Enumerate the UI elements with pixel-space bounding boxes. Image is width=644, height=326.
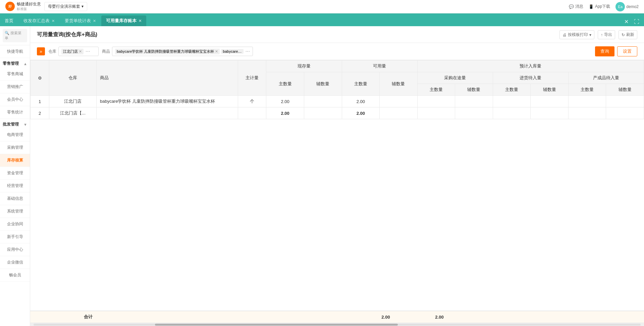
- operation-label: 经营管理: [7, 183, 23, 188]
- logo-text-area: 畅捷通好生意 标准版: [17, 2, 41, 11]
- sidebar-item-quick-nav[interactable]: 快捷导航: [0, 45, 30, 58]
- tab-home-label: 首页: [5, 18, 13, 24]
- scroll-track: [34, 324, 641, 326]
- tab-order[interactable]: 要货单统计表 ✕: [60, 15, 101, 26]
- system-label: 系统管理: [7, 209, 23, 214]
- warehouse-filter: 仓库 江北门店 ✕ ···: [48, 47, 99, 56]
- chevron-down-icon: ▼: [23, 123, 27, 127]
- export-btn[interactable]: ↑ 导出: [598, 30, 615, 39]
- search-input[interactable]: 🔍 搜索菜单: [3, 29, 27, 42]
- product-input[interactable]: babycare学饮杯 儿童防摔防撞吸管杯重力球吸嘴杯宝宝水杯 ✕ babyca…: [112, 47, 253, 56]
- tab-receive[interactable]: 收发存汇总表 ✕: [19, 15, 59, 26]
- th-unit: 主计量: [238, 60, 266, 96]
- product-tag2: babycare…: [221, 49, 243, 54]
- th-production-sub: 辅数量: [606, 84, 644, 96]
- warehouse-filter-label: 仓库: [48, 49, 56, 54]
- finance-label: 资金管理: [7, 171, 23, 175]
- vip-label: 畅会员: [9, 273, 21, 277]
- tab-receive-close[interactable]: ✕: [52, 19, 55, 23]
- settings-btn[interactable]: 设置: [617, 46, 637, 56]
- print-label: 按模板打印: [568, 32, 588, 38]
- download-icon: 📱: [589, 4, 594, 9]
- product-tag1-close[interactable]: ✕: [215, 49, 218, 54]
- row1-incoming-main: [493, 96, 531, 107]
- row1-warehouse: 江北门店: [49, 96, 97, 107]
- sidebar-item-operation[interactable]: 经营管理: [0, 180, 30, 192]
- export-icon: ↑: [601, 33, 603, 37]
- row1-production-sub: [606, 96, 644, 107]
- th-avail-main: 主数量: [342, 72, 380, 96]
- message-btn[interactable]: 💬 消息: [569, 4, 583, 9]
- sidebar-item-system[interactable]: 系统管理: [0, 205, 30, 218]
- sidebar-item-retail-shop[interactable]: 零售商城: [0, 68, 30, 81]
- sidebar-item-enterprise-wechat[interactable]: 企业微信: [0, 256, 30, 269]
- sidebar-item-basic-info[interactable]: 基础信息: [0, 192, 30, 205]
- th-warehouse: 仓库: [49, 60, 97, 96]
- sidebar-item-vip[interactable]: 畅会员: [0, 269, 30, 282]
- th-stock-group: 现存量: [266, 60, 342, 72]
- print-btn[interactable]: 🖨 按模板打印: [559, 30, 594, 39]
- footer-avail-main: 2.00: [426, 315, 453, 320]
- filter-toggle-btn[interactable]: »: [37, 47, 45, 55]
- tab-order-close[interactable]: ✕: [93, 19, 96, 23]
- row2-stock-main: 2.00: [266, 107, 304, 119]
- top-bar-left: 好 畅捷通好生意 标准版 母婴行业演示账套: [5, 2, 87, 11]
- sidebar-item-retail-stats[interactable]: 零售统计: [0, 106, 30, 119]
- footer-label: 合计: [80, 314, 352, 320]
- refresh-btn[interactable]: ↻ 刷新: [619, 30, 637, 39]
- row2-purchase-sub: [455, 107, 493, 119]
- sidebar-item-enterprise[interactable]: 企业协同: [0, 218, 30, 231]
- product-tag2-text: babycare…: [223, 49, 241, 53]
- row1-no: 1: [31, 96, 49, 107]
- warehouse-tag: 江北门店 ✕: [61, 49, 84, 54]
- ecommerce-label: 电商管理: [7, 132, 23, 137]
- row1-purchase-main: [417, 96, 455, 107]
- warehouse-more-icon[interactable]: ···: [86, 48, 90, 54]
- sidebar-item-finance[interactable]: 资金管理: [0, 167, 30, 180]
- sidebar-item-wholesale-mgmt[interactable]: 批发管理 ▼: [0, 119, 30, 129]
- tab-available-close[interactable]: ✕: [139, 19, 142, 23]
- th-settings-icon[interactable]: ⚙: [31, 60, 49, 96]
- product-more-icon[interactable]: ···: [246, 48, 250, 54]
- sidebar-item-app-center[interactable]: 应用中心: [0, 243, 30, 256]
- tab-available-label: 可用量库存账本: [106, 18, 137, 24]
- industry-selector[interactable]: 母婴行业演示账套: [44, 2, 87, 11]
- horizontal-scrollbar[interactable]: [30, 323, 644, 326]
- sidebar-search-area: 🔍 搜索菜单: [0, 26, 30, 45]
- content-area: 可用量查询(按仓库+商品) 🖨 按模板打印 ↑ 导出 ↻ 刷新: [30, 26, 644, 326]
- print-chevron-icon: [589, 33, 591, 37]
- sidebar-item-newbie[interactable]: 新手引导: [0, 231, 30, 243]
- row1-stock-main: 2.00: [266, 96, 304, 107]
- enterprise-wechat-label: 企业微信: [7, 260, 23, 265]
- row2-product: [96, 107, 238, 119]
- row2-production-main: [568, 107, 606, 119]
- warehouse-input[interactable]: 江北门店 ✕ ···: [58, 47, 99, 56]
- expand-btn[interactable]: ⛶: [633, 17, 641, 26]
- user-name: demo2: [626, 4, 639, 9]
- user-area[interactable]: Ea demo2: [615, 2, 639, 11]
- sidebar-item-retail-mgmt[interactable]: 零售管理 ▲: [0, 58, 30, 68]
- row2-purchase-main: [417, 107, 455, 119]
- sidebar-item-ecommerce[interactable]: 电商管理: [0, 129, 30, 141]
- query-btn[interactable]: 查询: [595, 46, 614, 56]
- logo-sub: 标准版: [17, 7, 41, 11]
- sidebar-item-marketing[interactable]: 营销推广: [0, 81, 30, 93]
- table-row: 2 江北门店【... 2.00 2.00: [31, 107, 644, 119]
- close-window-btn[interactable]: ✕: [623, 17, 630, 26]
- th-incoming-main: 主数量: [493, 84, 531, 96]
- tab-home[interactable]: 首页: [0, 15, 18, 26]
- tab-receive-label: 收发存汇总表: [23, 18, 50, 24]
- scroll-thumb[interactable]: [155, 324, 398, 326]
- warehouse-tag-close[interactable]: ✕: [79, 49, 82, 54]
- th-purchase-sub: 辅数量: [455, 84, 493, 96]
- purchase-label: 采购管理: [7, 145, 23, 150]
- tab-available[interactable]: 可用量库存账本 ✕: [101, 15, 146, 26]
- app-download-btn[interactable]: 📱 App下载: [589, 4, 610, 9]
- sidebar-item-purchase[interactable]: 采购管理: [0, 141, 30, 154]
- sidebar-item-inventory[interactable]: 库存核算: [0, 154, 30, 167]
- sidebar-item-member[interactable]: 会员中心: [0, 93, 30, 106]
- warehouse-tag-text: 江北门店: [63, 49, 78, 54]
- member-label: 会员中心: [7, 97, 23, 102]
- avatar-text: Ea: [618, 5, 623, 9]
- logo-icon: 好: [5, 2, 15, 11]
